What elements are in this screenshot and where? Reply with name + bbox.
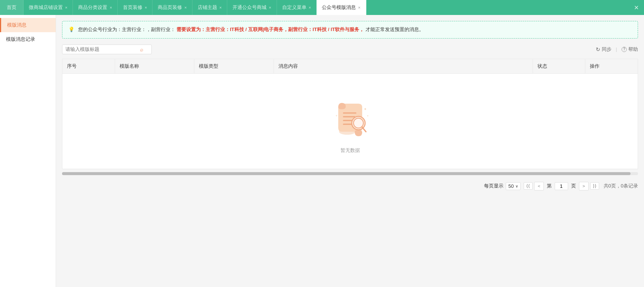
tab-label-open-mall: 开通公众号商城 bbox=[232, 4, 266, 11]
help-icon: ? bbox=[622, 47, 627, 52]
prev-page-button[interactable]: ＜ bbox=[534, 182, 544, 190]
tab-label-shop-settings: 微商城店铺设置 bbox=[29, 4, 63, 11]
tab-shop-settings[interactable]: 微商城店铺设置 × bbox=[24, 0, 73, 15]
notice-icon: 💡 bbox=[68, 27, 74, 32]
col-header-index: 序号 bbox=[62, 59, 115, 73]
page-size-label: 每页显示 bbox=[484, 183, 503, 189]
sync-label: 同步 bbox=[602, 46, 611, 53]
search-bar: ⌕ ↻ 同步 | ? 帮助 bbox=[62, 45, 638, 54]
col-header-status: 状态 bbox=[533, 59, 585, 73]
sidebar: 模版消息模版消息记录 bbox=[0, 15, 56, 287]
tab-product-decoration[interactable]: 商品页装修 × bbox=[152, 0, 192, 15]
last-page-button[interactable]: ⟩⟩ bbox=[590, 182, 599, 190]
top-nav: 首页微商城店铺设置 ×商品分类设置 ×首页装修 ×商品页装修 ×店铺主题 ×开通… bbox=[0, 0, 644, 15]
tab-close-product-decoration[interactable]: × bbox=[184, 6, 187, 10]
svg-text:✦: ✦ bbox=[367, 115, 369, 117]
svg-line-7 bbox=[362, 127, 366, 132]
tab-label-template-msg: 公众号模版消息 bbox=[322, 4, 356, 11]
col-header-action: 操作 bbox=[585, 59, 638, 73]
page-size-select: 每页显示 50 ∨ bbox=[484, 182, 520, 190]
col-header-name: 模版名称 bbox=[115, 59, 194, 73]
first-page-button[interactable]: ⟨⟨ bbox=[524, 182, 533, 190]
tab-homepage-decoration[interactable]: 首页装修 × bbox=[118, 0, 152, 15]
tab-custom-menu[interactable]: 自定义菜单 × bbox=[277, 0, 317, 15]
tab-close-template-msg[interactable]: × bbox=[358, 6, 360, 10]
tab-label-custom-menu: 自定义菜单 bbox=[282, 4, 306, 11]
search-input-wrap: ⌕ bbox=[62, 45, 152, 54]
svg-text:✦: ✦ bbox=[364, 107, 367, 111]
data-table: 序号模版名称模版类型消息内容状态操作 bbox=[62, 59, 638, 169]
search-icon[interactable]: ⌕ bbox=[140, 46, 143, 52]
notice-highlight: 需要设置为：主营行业：IT科技 / 互联网|电子商务，副营行业：IT科技 / I… bbox=[176, 27, 364, 32]
search-actions: ↻ 同步 | ? 帮助 bbox=[596, 46, 638, 53]
tab-label-product-decoration: 商品页装修 bbox=[158, 4, 182, 11]
sync-icon: ↻ bbox=[596, 46, 600, 52]
tab-close-category-settings[interactable]: × bbox=[110, 6, 112, 10]
tab-category-settings[interactable]: 商品分类设置 × bbox=[73, 0, 117, 15]
page-size-dropdown[interactable]: 50 ∨ bbox=[506, 182, 520, 190]
tab-label-homepage-decoration: 首页装修 bbox=[123, 4, 142, 11]
next-page-button[interactable]: ＞ bbox=[579, 182, 589, 190]
help-label: 帮助 bbox=[628, 46, 638, 53]
tab-close-homepage-decoration[interactable]: × bbox=[145, 6, 147, 10]
tab-store-theme[interactable]: 店铺主题 × bbox=[192, 0, 227, 15]
page-unit: 页 bbox=[571, 183, 576, 189]
tab-label-store-theme: 店铺主题 bbox=[198, 4, 217, 11]
content-area: 💡 您的公众号行业为：主营行业：，副营行业： 需要设置为：主营行业：IT科技 /… bbox=[56, 15, 644, 287]
empty-illustration: ✦ ✦ ✦ bbox=[328, 96, 373, 141]
pagination-nav: ⟨⟨ ＜ 第 页 ＞ ⟩⟩ 共0页，0条记录 bbox=[524, 182, 638, 190]
svg-text:✦: ✦ bbox=[335, 114, 338, 117]
notice-box: 💡 您的公众号行业为：主营行业：，副营行业： 需要设置为：主营行业：IT科技 /… bbox=[62, 21, 638, 39]
table-scrollbar[interactable] bbox=[62, 172, 638, 175]
help-button[interactable]: ? 帮助 bbox=[622, 46, 638, 53]
tab-close-custom-menu[interactable]: × bbox=[309, 6, 311, 10]
tab-close-store-theme[interactable]: × bbox=[219, 6, 222, 10]
divider: | bbox=[616, 46, 617, 52]
col-header-type: 模版类型 bbox=[194, 59, 274, 73]
tab-home[interactable]: 首页 bbox=[0, 0, 24, 15]
tab-template-msg[interactable]: 公众号模版消息 × bbox=[317, 0, 366, 15]
sync-button[interactable]: ↻ 同步 bbox=[596, 46, 611, 53]
page-label-di: 第 bbox=[547, 183, 552, 189]
main-layout: 模版消息模版消息记录 💡 您的公众号行业为：主营行业：，副营行业： 需要设置为：… bbox=[0, 15, 644, 287]
tab-open-mall[interactable]: 开通公众号商城 × bbox=[227, 0, 277, 15]
pagination: 每页显示 50 ∨ ⟨⟨ ＜ 第 页 ＞ ⟩⟩ 共0页，0条记录 bbox=[62, 178, 638, 192]
notice-text-suffix: 才能正常发送预置的消息。 bbox=[366, 27, 424, 32]
notice-text-prefix: 您的公众号行业为：主营行业：，副营行业： bbox=[78, 27, 175, 32]
page-total: 共0页，0条记录 bbox=[604, 183, 638, 189]
empty-text: 暂无数据 bbox=[62, 147, 638, 154]
tab-label-category-settings: 商品分类设置 bbox=[78, 4, 107, 11]
page-number-input[interactable] bbox=[555, 182, 568, 190]
empty-state: ✦ ✦ ✦ 暂无数据 bbox=[62, 74, 638, 169]
chevron-down-icon: ∨ bbox=[515, 184, 518, 188]
col-header-content: 消息内容 bbox=[274, 59, 533, 73]
close-all-button[interactable]: ✕ bbox=[629, 4, 644, 11]
page-size-value: 50 bbox=[508, 183, 514, 189]
sidebar-item-template-msg[interactable]: 模版消息 bbox=[0, 18, 56, 32]
tab-close-open-mall[interactable]: × bbox=[269, 6, 271, 10]
table-scrollbar-thumb[interactable] bbox=[62, 172, 631, 175]
tab-label-home: 首页 bbox=[7, 4, 16, 11]
sidebar-item-template-msg-log[interactable]: 模版消息记录 bbox=[0, 32, 56, 46]
svg-point-6 bbox=[354, 118, 363, 128]
search-input[interactable] bbox=[65, 46, 140, 52]
tab-close-shop-settings[interactable]: × bbox=[65, 6, 67, 10]
